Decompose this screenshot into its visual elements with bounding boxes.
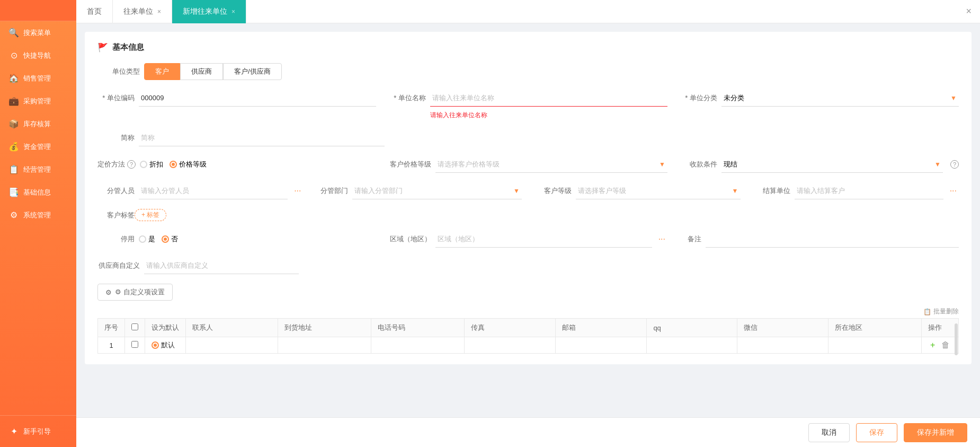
unit-type-group: 客户 供应商 客户/供应商 — [144, 63, 282, 80]
disabled-radio-group: 是 否 — [139, 234, 178, 244]
cell-action: + 🗑 — [922, 337, 959, 354]
cell-region[interactable] — [828, 337, 922, 354]
col-action: 操作 — [922, 319, 959, 337]
tag-add-btn[interactable]: + 标签 — [135, 209, 166, 221]
tab-new-contact[interactable]: 新增往来单位 × — [172, 0, 246, 23]
unit-category-field: * 单位分类 未分类 ▼ — [680, 90, 959, 107]
window-close-button[interactable]: × — [957, 6, 980, 17]
sidebar-item-purchase[interactable]: 💼 采购管理 — [0, 90, 76, 112]
col-region: 所在地区 — [828, 319, 922, 337]
save-button[interactable]: 保存 — [856, 423, 897, 442]
pricing-method-level-radio[interactable]: 价格等级 — [170, 160, 207, 169]
sales-icon: 🏠 — [8, 73, 19, 83]
settlement-unit-more-btn[interactable]: ··· — [948, 186, 959, 196]
fax-input[interactable] — [471, 341, 549, 349]
region-more-btn[interactable]: ··· — [656, 234, 667, 244]
cell-address[interactable] — [278, 337, 371, 354]
sidebar-item-inventory[interactable]: 📦 库存核算 — [0, 112, 76, 135]
purchase-icon: 💼 — [8, 96, 19, 106]
sidebar-item-search-menu[interactable]: 🔍 搜索菜单 — [0, 21, 76, 44]
custom-settings-btn[interactable]: ⚙ ⚙ 自定义项设置 — [97, 284, 173, 301]
disabled-yes-radio[interactable]: 是 — [139, 234, 155, 244]
unit-category-select[interactable]: 未分类 ▼ — [721, 90, 959, 107]
wechat-input[interactable] — [744, 341, 822, 349]
cell-phone[interactable] — [371, 337, 465, 354]
abbr-input[interactable] — [139, 129, 385, 146]
search-icon: 🔍 — [8, 28, 19, 38]
tab-contacts-close[interactable]: × — [157, 8, 161, 15]
qq-input[interactable] — [653, 341, 730, 349]
customer-price-level-field: 客户价格等级 请选择客户价格等级 ▼ — [389, 156, 667, 173]
row-delete-btn[interactable]: 🗑 — [939, 340, 952, 349]
cell-fax[interactable] — [465, 337, 556, 354]
phone-input[interactable] — [378, 341, 458, 349]
email-input[interactable] — [562, 341, 640, 349]
sidebar-item-label: 基础信息 — [23, 188, 51, 197]
row-add-btn[interactable]: + — [928, 340, 937, 349]
manager-more-btn[interactable]: ··· — [292, 186, 303, 196]
unit-type-customer-btn[interactable]: 客户 — [144, 63, 180, 80]
department-select[interactable]: 请输入分管部门 ▼ — [352, 182, 522, 199]
unit-type-both-btn[interactable]: 客户/供应商 — [223, 63, 282, 80]
unit-name-error: 请输入往来单位名称 — [430, 111, 487, 119]
scrollbar[interactable] — [955, 323, 958, 355]
batch-delete-area: 📋 批量删除 — [97, 307, 959, 316]
sidebar-item-system[interactable]: ⚙ 系统管理 — [0, 204, 76, 226]
discount-radio-dot — [140, 161, 147, 168]
payment-terms-help-icon[interactable]: ? — [950, 160, 959, 169]
section-title: 🚩 基本信息 — [97, 42, 959, 52]
unit-type-supplier-btn[interactable]: 供应商 — [180, 63, 223, 80]
row-checkbox[interactable] — [131, 341, 138, 348]
contacts-table: 序号 设为默认 联系人 到货地址 电话号码 传真 邮箱 qq 微信 — [97, 318, 959, 354]
unit-name-field: * 单位名称 请输入往来单位名称 — [389, 90, 667, 120]
row-region-input[interactable] — [835, 341, 915, 349]
region-label: 区域（地区） — [389, 234, 431, 244]
tab-bar: 首页 往来单位 × 新增往来单位 × × — [76, 0, 980, 23]
sidebar-item-guide[interactable]: ✦ 新手引导 — [0, 420, 76, 443]
cell-qq[interactable] — [647, 337, 737, 354]
customer-level-select[interactable]: 请选择客户等级 ▼ — [576, 182, 741, 199]
unit-code-input[interactable] — [139, 90, 376, 107]
payment-terms-field: 收款条件 现结 ▼ ? — [680, 156, 959, 173]
customer-price-level-select[interactable]: 请选择客户价格等级 ▼ — [435, 156, 667, 173]
default-radio-item[interactable]: 默认 — [152, 340, 179, 350]
settlement-unit-input[interactable] — [795, 182, 943, 199]
tab-home[interactable]: 首页 — [76, 0, 113, 23]
payment-terms-select[interactable]: 现结 ▼ — [721, 156, 943, 173]
select-all-checkbox[interactable] — [131, 323, 138, 330]
unit-name-input[interactable] — [430, 90, 667, 107]
sidebar-item-label: 采购管理 — [23, 97, 51, 106]
col-checkbox — [125, 319, 145, 337]
supplier-custom-input[interactable] — [144, 257, 299, 274]
pricing-method-discount-radio[interactable]: 折扣 — [140, 160, 163, 169]
sidebar-item-quick-nav[interactable]: ⊙ 快捷导航 — [0, 44, 76, 67]
customer-level-placeholder: 请选择客户等级 — [578, 186, 732, 196]
cell-email[interactable] — [556, 337, 647, 354]
contact-input[interactable] — [192, 341, 271, 349]
sidebar-logo — [0, 0, 76, 21]
tab-contacts[interactable]: 往来单位 × — [113, 0, 172, 23]
cancel-button[interactable]: 取消 — [808, 423, 850, 442]
manager-input[interactable] — [139, 182, 288, 199]
department-placeholder: 请输入分管部门 — [354, 186, 514, 196]
inventory-icon: 📦 — [8, 119, 19, 129]
settlement-unit-field: 结算单位 ··· — [753, 182, 959, 199]
sidebar-item-sales[interactable]: 🏠 销售管理 — [0, 67, 76, 90]
pricing-method-help-icon[interactable]: ? — [127, 160, 136, 169]
tab-new-contact-close[interactable]: × — [231, 8, 235, 15]
sidebar-item-operations[interactable]: 📋 经营管理 — [0, 158, 76, 181]
disabled-yes-label: 是 — [148, 234, 155, 244]
disabled-no-radio[interactable]: 否 — [162, 234, 178, 244]
cell-wechat[interactable] — [737, 337, 828, 354]
save-and-new-button[interactable]: 保存并新增 — [904, 423, 967, 442]
remark-field: 备注 — [680, 231, 959, 248]
sidebar-item-finance[interactable]: 💰 资金管理 — [0, 135, 76, 158]
batch-delete-label[interactable]: 批量删除 — [933, 307, 959, 316]
remark-input[interactable] — [706, 231, 959, 248]
region-input[interactable] — [435, 231, 652, 248]
cell-contact[interactable] — [186, 337, 278, 354]
sidebar-item-basic-info[interactable]: 📑 基础信息 — [0, 181, 76, 204]
col-address: 到货地址 — [278, 319, 371, 337]
unit-type-label: 单位类型 — [97, 67, 140, 76]
address-input[interactable] — [284, 341, 364, 349]
